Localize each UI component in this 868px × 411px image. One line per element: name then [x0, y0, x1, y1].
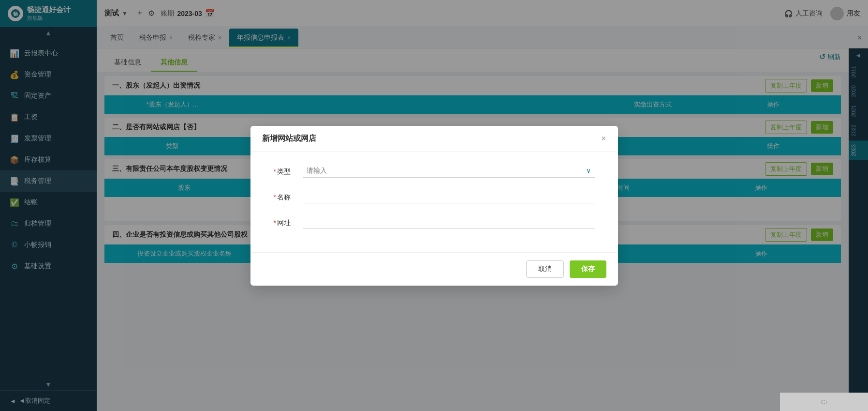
name-label: *名称 [274, 189, 303, 202]
form-row-url: *网址 [274, 215, 595, 229]
name-input[interactable] [303, 189, 595, 203]
form-row-name: *名称 [274, 189, 595, 203]
type-dropdown-icon[interactable]: ∨ [582, 167, 595, 174]
url-label: *网址 [274, 215, 303, 228]
save-button[interactable]: 保存 [570, 260, 606, 278]
dialog-header: 新增网站或网店 × [250, 126, 618, 152]
cancel-button[interactable]: 取消 [526, 260, 564, 278]
dialog-body: *类型 ∨ *名称 *网址 [250, 152, 618, 252]
type-input[interactable] [303, 164, 582, 177]
dialog-close-button[interactable]: × [601, 134, 606, 143]
type-label: *类型 [274, 164, 303, 176]
watermark: Ci [780, 393, 868, 411]
add-website-dialog: 新增网站或网店 × *类型 ∨ *名称 [250, 126, 618, 286]
dialog-title: 新增网站或网店 [262, 134, 316, 144]
type-required-mark: * [274, 167, 276, 175]
url-input[interactable] [303, 215, 595, 229]
form-row-type: *类型 ∨ [274, 164, 595, 178]
type-select-wrap: ∨ [303, 164, 595, 178]
name-required-mark: * [274, 193, 276, 201]
url-required-mark: * [274, 219, 276, 227]
dialog-footer: 取消 保存 [250, 252, 618, 286]
dialog-overlay: 新增网站或网店 × *类型 ∨ *名称 [0, 0, 868, 411]
